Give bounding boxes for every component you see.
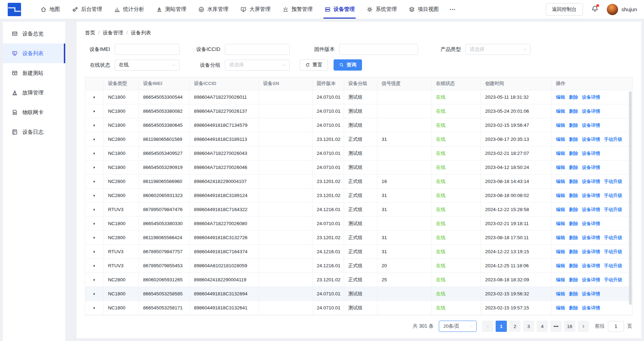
action-link[interactable]: 编辑 xyxy=(556,291,565,297)
action-link[interactable]: 删除 xyxy=(569,94,578,100)
action-link[interactable]: 编辑 xyxy=(556,249,565,255)
action-link[interactable]: 手动升级 xyxy=(604,235,622,241)
action-link[interactable]: 删除 xyxy=(569,291,578,297)
app-logo-icon[interactable] xyxy=(8,3,21,16)
expand-row-icon[interactable] xyxy=(92,194,96,198)
action-link[interactable]: 编辑 xyxy=(556,305,565,311)
action-link[interactable]: 编辑 xyxy=(556,108,565,114)
action-link[interactable]: 编辑 xyxy=(556,235,565,241)
action-link[interactable]: 编辑 xyxy=(556,221,565,227)
action-link[interactable]: 设备详情 xyxy=(582,249,600,255)
nav-item-project[interactable]: 项目视图 xyxy=(403,0,445,19)
action-link[interactable]: 手动升级 xyxy=(604,178,622,185)
action-link[interactable]: 删除 xyxy=(569,108,578,114)
breadcrumb-item[interactable]: 首页 xyxy=(85,29,95,36)
expand-row-icon[interactable] xyxy=(92,222,96,226)
scrollbar-thumb[interactable] xyxy=(629,91,632,305)
device-group-select[interactable]: 请选择 xyxy=(225,60,290,71)
nav-item-map[interactable]: 地图 xyxy=(34,0,66,19)
sidebar-item-device-log[interactable]: 设备日志 xyxy=(3,122,65,142)
action-link[interactable]: 删除 xyxy=(569,150,578,157)
imei-input[interactable] xyxy=(115,44,180,55)
online-status-select[interactable]: 在线 xyxy=(115,60,180,71)
action-link[interactable]: 设备详情 xyxy=(582,108,600,114)
action-link[interactable]: 设备详情 xyxy=(582,206,600,213)
action-link[interactable]: 删除 xyxy=(569,164,578,171)
action-link[interactable]: 删除 xyxy=(569,235,578,241)
action-link[interactable]: 手动升级 xyxy=(604,249,622,255)
expand-row-icon[interactable] xyxy=(92,151,96,156)
search-button[interactable]: 查询 xyxy=(334,59,362,71)
page-ellipsis-button[interactable]: ••• xyxy=(550,321,562,332)
action-link[interactable]: 编辑 xyxy=(556,263,565,269)
action-link[interactable]: 删除 xyxy=(569,206,578,213)
action-link[interactable]: 设备详情 xyxy=(582,122,600,129)
action-link[interactable]: 手动升级 xyxy=(604,206,622,213)
nav-item-system[interactable]: 系统管理 xyxy=(361,0,403,19)
reset-button[interactable]: 重置 xyxy=(300,59,328,71)
action-link[interactable]: 设备详情 xyxy=(582,221,600,227)
nav-item-reservoir[interactable]: 水库管理 xyxy=(192,0,234,19)
next-page-button[interactable] xyxy=(578,321,589,332)
expand-row-icon[interactable] xyxy=(92,292,96,296)
action-link[interactable]: 删除 xyxy=(569,192,578,199)
action-link[interactable]: 删除 xyxy=(569,122,578,129)
page-button-1[interactable]: 1 xyxy=(496,321,507,332)
back-to-console-button[interactable]: 返回控制台 xyxy=(546,3,583,16)
action-link[interactable]: 设备详情 xyxy=(582,150,600,157)
breadcrumb-item[interactable]: 设备管理 xyxy=(103,29,123,36)
action-link[interactable]: 手动升级 xyxy=(604,136,622,143)
firmware-input[interactable] xyxy=(339,44,418,55)
page-button-16[interactable]: 16 xyxy=(564,321,575,332)
action-link[interactable]: 手动升级 xyxy=(604,192,622,199)
expand-row-icon[interactable] xyxy=(92,250,96,254)
user-menu[interactable]: shujun xyxy=(607,4,637,15)
expand-row-icon[interactable] xyxy=(92,278,96,282)
sidebar-item-fault[interactable]: 故障管理 xyxy=(3,83,65,103)
action-link[interactable]: 设备详情 xyxy=(582,263,600,269)
prev-page-button[interactable] xyxy=(482,321,493,332)
nav-item-stats[interactable]: 统计分析 xyxy=(108,0,150,19)
action-link[interactable]: 编辑 xyxy=(556,94,565,100)
action-link[interactable]: 手动升级 xyxy=(604,263,622,269)
action-link[interactable]: 编辑 xyxy=(556,277,565,283)
action-link[interactable]: 编辑 xyxy=(556,164,565,171)
action-link[interactable]: 编辑 xyxy=(556,206,565,213)
expand-row-icon[interactable] xyxy=(92,165,96,170)
action-link[interactable]: 编辑 xyxy=(556,150,565,157)
action-link[interactable]: 删除 xyxy=(569,277,578,283)
expand-row-icon[interactable] xyxy=(92,123,96,127)
sidebar-item-device-list[interactable]: 设备列表 xyxy=(3,44,65,63)
page-size-select[interactable]: 20条/页 xyxy=(439,321,477,332)
page-button-2[interactable]: 2 xyxy=(509,321,521,332)
action-link[interactable]: 设备详情 xyxy=(582,235,600,241)
action-link[interactable]: 删除 xyxy=(569,305,578,311)
sidebar-item-new-station[interactable]: 新建测站 xyxy=(3,63,65,83)
expand-row-icon[interactable] xyxy=(92,109,96,113)
action-link[interactable]: 删除 xyxy=(569,263,578,269)
notification-bell-icon[interactable] xyxy=(591,5,598,13)
nav-item-admin[interactable]: 后台管理 xyxy=(66,0,108,19)
action-link[interactable]: 删除 xyxy=(569,221,578,227)
expand-row-icon[interactable] xyxy=(92,208,96,212)
expand-row-icon[interactable] xyxy=(92,137,96,142)
action-link[interactable]: 设备详情 xyxy=(582,192,600,199)
nav-item-station[interactable]: 测站管理 xyxy=(150,0,192,19)
action-link[interactable]: 手动升级 xyxy=(604,277,622,283)
action-link[interactable]: 设备详情 xyxy=(582,305,600,311)
sidebar-item-overview[interactable]: 设备总览 xyxy=(3,24,65,44)
nav-item-device[interactable]: 设备管理 xyxy=(318,0,361,19)
action-link[interactable]: 设备详情 xyxy=(582,178,600,185)
action-link[interactable]: 编辑 xyxy=(556,192,565,199)
action-link[interactable]: 编辑 xyxy=(556,178,565,185)
page-button-3[interactable]: 3 xyxy=(523,321,534,332)
expand-row-icon[interactable] xyxy=(92,306,96,310)
action-link[interactable]: 设备详情 xyxy=(582,291,600,297)
expand-row-icon[interactable] xyxy=(92,179,96,184)
action-link[interactable]: 删除 xyxy=(569,178,578,185)
expand-row-icon[interactable] xyxy=(92,264,96,268)
action-link[interactable]: 设备详情 xyxy=(582,164,600,171)
sidebar-item-sim-card[interactable]: 物联网卡 xyxy=(3,103,65,122)
product-type-select[interactable]: 请选择 xyxy=(465,44,530,55)
action-link[interactable]: 编辑 xyxy=(556,136,565,143)
